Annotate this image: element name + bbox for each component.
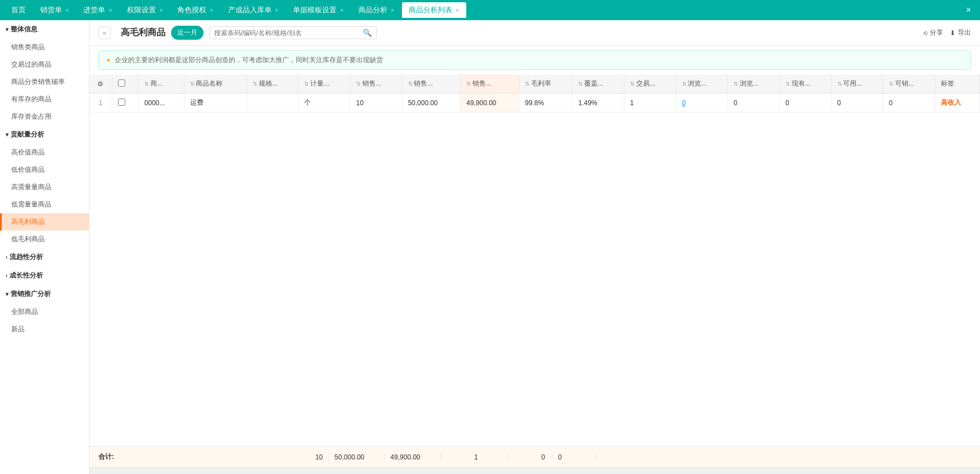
sidebar: ▾ 整体信息 销售类商品 交易过的商品 商品分类销售辅率 有库存的商品 库存资金… [0, 20, 89, 474]
footer-sales-cost: 49,900.00 [385, 453, 441, 461]
filter-recent-month-button[interactable]: 近一月 [171, 26, 203, 40]
nav-home-label: 首页 [11, 5, 26, 15]
cell-checkbox[interactable] [112, 93, 139, 112]
col-coverage[interactable]: 覆盖... [572, 74, 624, 93]
select-all-checkbox[interactable] [118, 79, 125, 87]
cell-current: 0 [779, 93, 831, 112]
search-icon[interactable]: 🔍 [363, 29, 372, 37]
nav-template[interactable]: 单据模板设置 × [286, 2, 350, 18]
nav-purchase[interactable]: 进货单 × [77, 2, 119, 18]
nav-analysis-list-label: 商品分析列表 [409, 5, 452, 15]
sidebar-item-high-value[interactable]: 高价值商品 [0, 144, 89, 161]
sidebar-group-growth[interactable]: › 成长性分析 [0, 266, 89, 285]
sidebar-item-low-margin[interactable]: 低毛利商品 [0, 231, 89, 248]
sidebar-item-all-goods[interactable]: 全部商品 [0, 303, 89, 321]
close-all-button[interactable]: × [962, 5, 976, 15]
sort-sales-cost-icon [466, 79, 472, 87]
col-transactions[interactable]: 交易... [624, 74, 676, 93]
sidebar-item-new-goods[interactable]: 新品 [0, 321, 89, 338]
nav-analysis-list[interactable]: 商品分析列表 × [402, 2, 466, 18]
sidebar-item-traded-goods[interactable]: 交易过的商品 [0, 56, 89, 73]
cell-sales-amount: 50,000.00 [402, 93, 461, 112]
sidebar-item-high-margin[interactable]: 高毛利商品 [0, 213, 89, 231]
sidebar-item-inventory-goods[interactable]: 有库存的商品 [0, 91, 89, 108]
col-current[interactable]: 现有... [779, 74, 831, 93]
nav-sales-close[interactable]: × [65, 7, 69, 13]
share-button[interactable]: ⎋ 分享 [924, 28, 943, 37]
sort-name-icon [190, 79, 196, 87]
content-header: « 高毛利商品 近一月 🔍 ⎋ 分享 ⬇ 导出 [89, 20, 980, 46]
col-margin-rate[interactable]: 毛利率 [519, 74, 572, 93]
nav-role-close[interactable]: × [210, 7, 213, 13]
main-layout: ▾ 整体信息 销售类商品 交易过的商品 商品分类销售辅率 有库存的商品 库存资金… [0, 20, 980, 474]
export-button[interactable]: ⬇ 导出 [950, 28, 971, 37]
arrow-icon-marketing: ▾ [6, 291, 8, 297]
col-views1[interactable]: 浏览... [676, 74, 728, 93]
nav-product-in-close[interactable]: × [275, 7, 278, 13]
col-spec[interactable]: 规格... [247, 74, 299, 93]
sidebar-group-marketing[interactable]: ▾ 营销推广分析 [0, 285, 89, 303]
nav-role[interactable]: 角色授权 × [171, 2, 220, 18]
header-actions: ⎋ 分享 ⬇ 导出 [924, 28, 971, 37]
nav-sales-label: 销货单 [40, 5, 62, 15]
col-checkbox[interactable] [112, 74, 139, 93]
row-checkbox[interactable] [118, 98, 125, 106]
search-box: 🔍 [209, 26, 377, 39]
sidebar-group-overall[interactable]: ▾ 整体信息 [0, 20, 89, 39]
footer-sales-amount: 50,000.00 [329, 453, 385, 461]
nav-analysis[interactable]: 商品分析 × [352, 2, 401, 18]
sidebar-item-low-value[interactable]: 低价值商品 [0, 161, 89, 179]
cell-sales-qty: 10 [351, 93, 403, 112]
cell-views1[interactable]: 0 [676, 93, 728, 112]
col-settings[interactable]: ⚙ [89, 74, 112, 93]
nav-purchase-close[interactable]: × [108, 7, 112, 13]
top-nav: 首页 销货单 × 进货单 × 权限设置 × 角色授权 × 产成品入库单 × 单据… [0, 0, 980, 20]
arrow-icon-growth: › [6, 273, 7, 279]
nav-purchase-label: 进货单 [83, 5, 105, 15]
sidebar-group-marketing-label: 营销推广分析 [11, 289, 51, 299]
collapse-sidebar-button[interactable]: « [98, 27, 111, 39]
nav-role-label: 角色授权 [177, 5, 206, 15]
sidebar-group-trend[interactable]: › 流趋性分析 [0, 248, 89, 266]
col-available[interactable]: 可用... [831, 74, 883, 93]
col-sales-qty[interactable]: 销售... [351, 74, 403, 93]
footer-sales-qty: 10 [125, 453, 329, 461]
cell-spec [247, 93, 299, 112]
search-input[interactable] [214, 29, 363, 37]
nav-analysis-list-close[interactable]: × [456, 7, 459, 13]
nav-permission-close[interactable]: × [159, 7, 163, 13]
nav-product-in[interactable]: 产成品入库单 × [221, 2, 285, 18]
cell-margin-rate: 99.8% [519, 93, 572, 112]
col-name[interactable]: 商品名称 [184, 74, 247, 93]
nav-sales[interactable]: 销货单 × [34, 2, 75, 18]
col-sales-amount[interactable]: 销售... [402, 74, 461, 93]
nav-home[interactable]: 首页 [4, 2, 32, 18]
horizontal-scrollbar[interactable] [89, 467, 980, 474]
col-sales-cost[interactable]: 销售... [461, 74, 519, 93]
sidebar-item-goods-analysis[interactable]: 商品分类销售辅率 [0, 73, 89, 91]
sidebar-group-wealth[interactable]: ▾ 贡献量分析 [0, 125, 89, 144]
nav-template-close[interactable]: × [340, 7, 343, 13]
nav-permission[interactable]: 权限设置 × [120, 2, 169, 18]
sort-current-icon [785, 79, 792, 87]
col-sellable[interactable]: 可销... [883, 74, 935, 93]
cell-available: 0 [831, 93, 883, 112]
sidebar-item-high-demand[interactable]: 高需量量商品 [0, 179, 89, 196]
col-tag[interactable]: 标签 [935, 74, 979, 93]
nav-product-in-label: 产成品入库单 [228, 5, 272, 15]
sidebar-group-overall-label: 整体信息 [11, 25, 37, 34]
col-views2[interactable]: 浏览... [728, 74, 780, 93]
sidebar-item-inventory-capital[interactable]: 库存资金占用 [0, 108, 89, 125]
sidebar-group-growth-label: 成长性分析 [10, 271, 43, 280]
sidebar-item-low-demand[interactable]: 低需量量商品 [0, 196, 89, 213]
nav-analysis-close[interactable]: × [391, 7, 394, 13]
footer-available: 0 [508, 453, 552, 461]
sort-sales-amount-icon [408, 79, 414, 87]
col-code[interactable]: 商... [139, 74, 184, 93]
col-unit[interactable]: 计量... [299, 74, 351, 93]
sort-sellable-icon [889, 79, 895, 87]
nav-analysis-label: 商品分析 [358, 5, 387, 15]
sidebar-item-sales-goods[interactable]: 销售类商品 [0, 39, 89, 56]
cell-unit: 个 [299, 93, 351, 112]
cell-tag: 高收入 [935, 93, 979, 112]
